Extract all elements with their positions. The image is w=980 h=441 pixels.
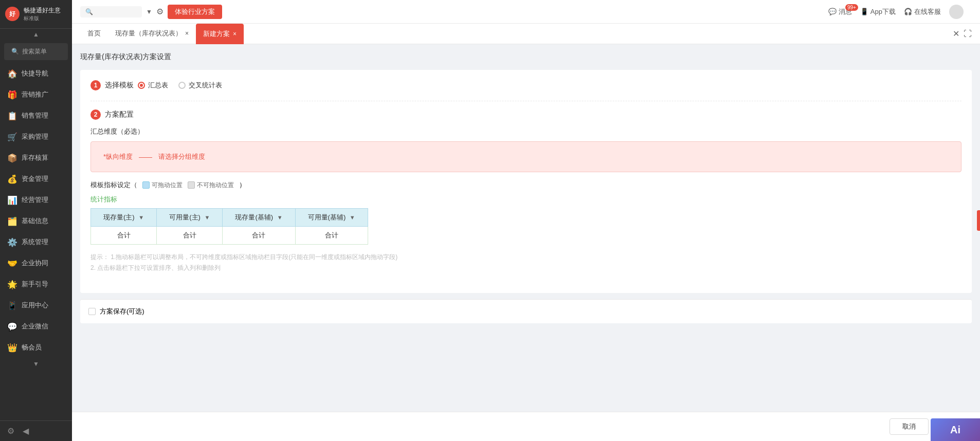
- sidebar-item-member[interactable]: 👑 畅会员: [0, 337, 72, 358]
- col-header-2[interactable]: 现存量(基辅) ▼: [223, 209, 295, 227]
- topbar-left: 🔍 ▼ ⚙ 体验行业方案: [80, 5, 824, 19]
- non-draggable-legend-label: 不可拖动位置: [197, 181, 234, 190]
- sidebar-item-operations-label: 经营管理: [22, 195, 48, 205]
- col-header-1[interactable]: 可用量(主) ▼: [157, 209, 223, 227]
- sidebar-item-finance[interactable]: 💰 资金管理: [0, 169, 72, 190]
- tabs-actions: ✕ ⛶: [953, 29, 972, 39]
- sidebar-item-operations[interactable]: 📊 经营管理: [0, 190, 72, 211]
- user-avatar[interactable]: [949, 5, 964, 19]
- col-label-3: 可用量(基辅): [308, 213, 346, 221]
- message-icon: 💬: [828, 8, 837, 15]
- app-download-button[interactable]: 📱 App下载: [860, 7, 896, 16]
- col-header-3[interactable]: 可用量(基辅) ▼: [295, 209, 368, 227]
- wechat-icon: 💬: [7, 322, 17, 332]
- sidebar-item-marketing[interactable]: 🎁 营销推广: [0, 84, 72, 105]
- topbar-search-icon: 🔍: [85, 8, 93, 15]
- non-draggable-legend-box: [188, 181, 195, 189]
- tab-home-label: 首页: [87, 29, 101, 38]
- online-service-button[interactable]: 🎧 在线客服: [904, 7, 941, 16]
- table-row-subtotal: 合计 合计 合计 合计: [91, 227, 368, 245]
- save-checkbox-row: 方案保存(可选): [80, 299, 972, 323]
- tab-inventory-label: 现存量（库存状况表）: [115, 29, 182, 38]
- handshake-icon: 🤝: [7, 259, 17, 268]
- collapse-icon[interactable]: ◀: [23, 426, 29, 436]
- tip-row-0: 提示： 1.拖动标题栏可以调整布局，不可跨维度或指标区域拖动栏目字段(只能在同一…: [90, 253, 961, 262]
- sidebar-item-apps-label: 应用中心: [22, 301, 48, 310]
- sidebar-item-newbie[interactable]: 🌟 新手引导: [0, 274, 72, 295]
- template-radio-group: 汇总表 交叉统计表: [138, 81, 222, 90]
- col-arrow-2: ▼: [277, 214, 283, 220]
- save-checkbox[interactable]: [88, 308, 96, 315]
- message-button[interactable]: 💬 消息 99+: [828, 7, 852, 16]
- crown-icon: 👑: [7, 343, 17, 353]
- home-icon: 🏠: [7, 69, 17, 79]
- radio-cross[interactable]: 交叉统计表: [178, 81, 222, 90]
- sidebar-item-wechat[interactable]: 💬 企业微信: [0, 316, 72, 337]
- sidebar-item-system[interactable]: ⚙️ 系统管理: [0, 232, 72, 253]
- ai-badge[interactable]: Ai: [931, 418, 980, 441]
- expand-tab-button[interactable]: ⛶: [964, 29, 972, 39]
- sidebar-search[interactable]: 🔍 搜索菜单: [4, 43, 68, 60]
- col-header-0[interactable]: 现存量(主) ▼: [91, 209, 157, 227]
- sidebar-scroll-down[interactable]: ▼: [0, 358, 72, 370]
- topbar-right: 💬 消息 99+ 📱 App下载 🎧 在线客服: [828, 5, 972, 19]
- right-edge-indicator: [977, 210, 980, 231]
- indicators-config: 模板指标设定（ 可拖动位置 不可拖动位置 ） 统计指标: [90, 180, 961, 272]
- dimension-area[interactable]: *纵向维度 —— 请选择分组维度: [90, 141, 961, 172]
- close-tab-button[interactable]: ✕: [953, 29, 959, 39]
- col-label-2: 现存量(基辅): [235, 213, 273, 221]
- sidebar-item-basic[interactable]: 🗂️ 基础信息: [0, 211, 72, 232]
- main-content: 🔍 ▼ ⚙ 体验行业方案 💬 消息 99+ 📱 App下载 🎧 在线客服: [72, 0, 980, 441]
- sidebar-item-contract-label: 企业协同: [22, 259, 48, 268]
- sidebar-item-inventory[interactable]: 📦 库存核算: [0, 148, 72, 169]
- tab-new-plan-close[interactable]: ×: [233, 31, 237, 37]
- sidebar-scroll-up[interactable]: ▲: [0, 29, 72, 40]
- topbar-dropdown-arrow[interactable]: ▼: [146, 8, 152, 15]
- step2-badge: 2: [90, 109, 101, 120]
- step1-section: 1 选择模板 汇总表 交叉统计表: [90, 80, 961, 90]
- cancel-button[interactable]: 取消: [890, 418, 929, 435]
- radio-summary[interactable]: 汇总表: [138, 81, 168, 90]
- sidebar-item-newbie-label: 新手引导: [22, 280, 48, 289]
- online-service-label: 在线客服: [914, 7, 941, 16]
- sidebar-item-purchase[interactable]: 🛒 采购管理: [0, 126, 72, 148]
- col-arrow-0: ▼: [138, 214, 144, 220]
- topbar-search[interactable]: 🔍: [80, 6, 142, 17]
- trial-button[interactable]: 体验行业方案: [168, 5, 222, 19]
- tab-inventory-status[interactable]: 现存量（库存状况表） ×: [108, 24, 196, 44]
- sidebar: 好 畅捷通好生意 标准版 ▲ 🔍 搜索菜单 🏠 快捷导航 🎁 营销推广 📋 销售…: [0, 0, 72, 441]
- radio-summary-dot: [138, 82, 145, 89]
- sidebar-item-contract[interactable]: 🤝 企业协同: [0, 253, 72, 274]
- app-logo-icon: 好: [5, 7, 20, 21]
- app-name: 畅捷通好生意: [24, 6, 61, 15]
- sidebar-item-sales[interactable]: 📋 销售管理: [0, 105, 72, 126]
- non-draggable-legend: 不可拖动位置: [188, 181, 234, 190]
- tips-section: 提示： 1.拖动标题栏可以调整布局，不可跨维度或指标区域拖动栏目字段(只能在同一…: [90, 253, 961, 272]
- topbar-gear-icon[interactable]: ⚙: [156, 7, 164, 16]
- cell-subtotal-0: 合计: [91, 227, 157, 245]
- sidebar-item-purchase-label: 采购管理: [22, 132, 48, 141]
- tab-home[interactable]: 首页: [80, 24, 108, 44]
- clipboard-icon: 📋: [7, 111, 17, 121]
- stats-table: 现存量(主) ▼ 可用量(主) ▼ 现存量(基辅) ▼: [90, 208, 368, 245]
- sidebar-item-shortcut[interactable]: 🏠 快捷导航: [0, 63, 72, 84]
- settings-bottom-icon[interactable]: ⚙: [7, 426, 14, 436]
- tab-new-plan[interactable]: 新建方案 ×: [196, 24, 244, 44]
- draggable-legend-label: 可拖动位置: [152, 181, 183, 190]
- indicators-config-suffix: ）: [239, 180, 246, 190]
- summary-dimension-label: 汇总维度（必选）: [90, 127, 961, 136]
- chart-icon: 📊: [7, 195, 17, 205]
- gift-icon: 🎁: [7, 90, 17, 100]
- draggable-legend: 可拖动位置: [142, 181, 183, 190]
- box-icon: 📦: [7, 153, 17, 163]
- sidebar-item-sales-label: 销售管理: [22, 111, 48, 120]
- sidebar-item-apps[interactable]: 📱 应用中心: [0, 295, 72, 316]
- step1-header: 1 选择模板 汇总表 交叉统计表: [90, 80, 961, 90]
- tip-row-1: 2. 点击标题栏下拉可设置排序、插入列和删除列: [90, 264, 961, 272]
- tab-inventory-close[interactable]: ×: [185, 30, 189, 36]
- step1-badge: 1: [90, 80, 101, 90]
- cell-subtotal-3: 合计: [295, 227, 368, 245]
- folder-icon: 🗂️: [7, 216, 17, 226]
- money-icon: 💰: [7, 174, 17, 184]
- step1-title: 选择模板: [105, 81, 134, 90]
